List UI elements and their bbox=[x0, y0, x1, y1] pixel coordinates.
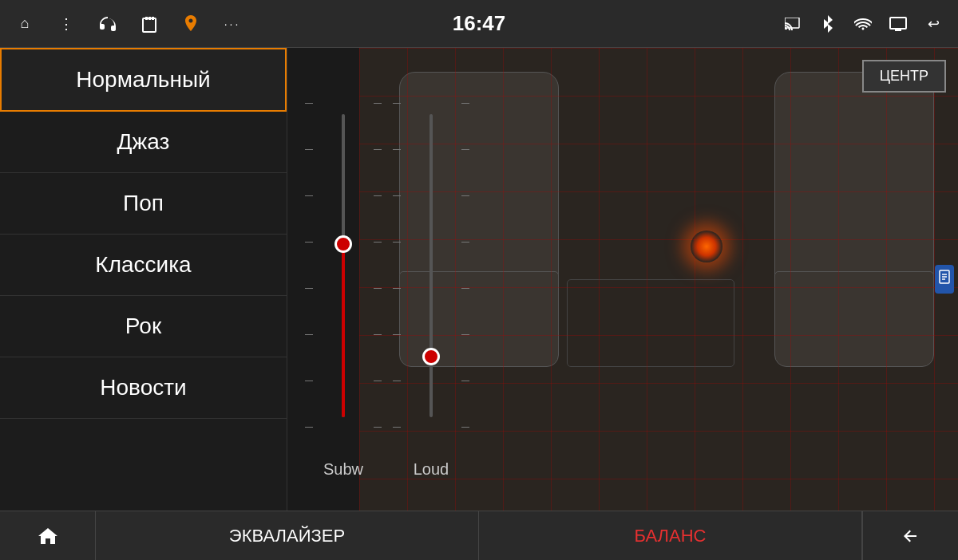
main-content: Нормальный Джаз Поп Классика Рок Новости… bbox=[0, 48, 958, 511]
back-button[interactable]: ↩ bbox=[920, 11, 946, 37]
center-button[interactable]: ЦЕНТР bbox=[862, 60, 946, 93]
equalizer-label: ЭКВАЛАЙЗЕР bbox=[229, 526, 345, 546]
loud-slider-track-wrapper[interactable] bbox=[407, 80, 455, 451]
bluetooth-button[interactable] bbox=[815, 11, 841, 37]
loud-track bbox=[430, 114, 433, 417]
cast-button[interactable] bbox=[780, 11, 806, 37]
subw-label: Subw bbox=[323, 460, 363, 479]
ellipsis-icon: ··· bbox=[224, 18, 241, 30]
subw-fill bbox=[342, 250, 345, 417]
sidebar-item-jazz[interactable]: Джаз bbox=[0, 112, 287, 173]
sidebar-item-normal[interactable]: Нормальный bbox=[0, 48, 287, 112]
clock-label: 16:47 bbox=[453, 11, 506, 35]
location-button[interactable] bbox=[178, 11, 204, 37]
subw-slider-container: Subw bbox=[319, 64, 367, 495]
back-icon bbox=[901, 527, 921, 545]
home-icon bbox=[38, 526, 58, 546]
sidebar-label-rock: Рок bbox=[125, 314, 161, 338]
bottom-back-button[interactable] bbox=[862, 511, 958, 560]
sidebar-item-rock[interactable]: Рок bbox=[0, 296, 287, 357]
home-nav-button[interactable]: ⌂ bbox=[12, 11, 38, 37]
status-bar: ⌂ ⋮ ··· 16:47 bbox=[0, 0, 958, 48]
sd-card-button[interactable] bbox=[137, 11, 162, 37]
bottom-home-button[interactable] bbox=[0, 511, 96, 560]
equalizer-button[interactable]: ЭКВАЛАЙЗЕР bbox=[96, 511, 479, 560]
wifi-button[interactable] bbox=[850, 11, 876, 37]
dots-menu-button[interactable]: ⋮ bbox=[53, 11, 79, 37]
subw-track bbox=[342, 114, 345, 417]
note-icon-button[interactable] bbox=[935, 265, 954, 294]
sidebar-item-news[interactable]: Новости bbox=[0, 357, 287, 419]
balance-label: БАЛАНС bbox=[635, 526, 707, 546]
status-bar-left: ⌂ ⋮ ··· bbox=[12, 11, 245, 37]
screen-button[interactable] bbox=[885, 11, 911, 37]
svg-rect-2 bbox=[148, 17, 151, 20]
svg-rect-5 bbox=[890, 18, 906, 29]
subw-ticks-left bbox=[305, 80, 313, 451]
balance-position-dot bbox=[691, 231, 722, 262]
loud-slider-container: Loud bbox=[407, 64, 455, 495]
sliders-area: Subw bbox=[287, 48, 487, 511]
ellipsis-button[interactable]: ··· bbox=[220, 11, 245, 37]
sidebar-label-news: Новости bbox=[100, 375, 186, 400]
subw-ticks-right bbox=[374, 80, 382, 451]
sidebar-item-classic[interactable]: Классика bbox=[0, 235, 287, 296]
loud-ticks-right bbox=[461, 80, 469, 451]
balance-button[interactable]: БАЛАНС bbox=[479, 511, 862, 560]
time-display: 16:47 bbox=[453, 11, 506, 36]
svg-rect-3 bbox=[152, 17, 154, 20]
subw-thumb[interactable] bbox=[335, 235, 352, 253]
headphone-button[interactable] bbox=[95, 11, 121, 37]
loud-thumb[interactable] bbox=[422, 348, 440, 365]
sidebar-label-classic: Классика bbox=[95, 252, 191, 277]
right-panel: ЦЕНТР bbox=[287, 48, 958, 511]
svg-rect-1 bbox=[145, 17, 148, 20]
bottom-bar: ЭКВАЛАЙЗЕР БАЛАНС bbox=[0, 511, 958, 560]
svg-rect-0 bbox=[143, 18, 156, 32]
sidebar-label-jazz: Джаз bbox=[117, 129, 170, 154]
subw-slider-track-wrapper[interactable] bbox=[319, 80, 367, 451]
sidebar: Нормальный Джаз Поп Классика Рок Новости bbox=[0, 48, 287, 511]
loud-ticks-left bbox=[393, 80, 401, 451]
status-bar-right: ↩ bbox=[780, 11, 946, 37]
sidebar-label-normal: Нормальный bbox=[76, 67, 210, 92]
sidebar-label-pop: Поп bbox=[123, 191, 164, 215]
loud-label: Loud bbox=[414, 460, 449, 479]
center-button-label: ЦЕНТР bbox=[880, 68, 928, 84]
sidebar-item-pop[interactable]: Поп bbox=[0, 173, 287, 235]
